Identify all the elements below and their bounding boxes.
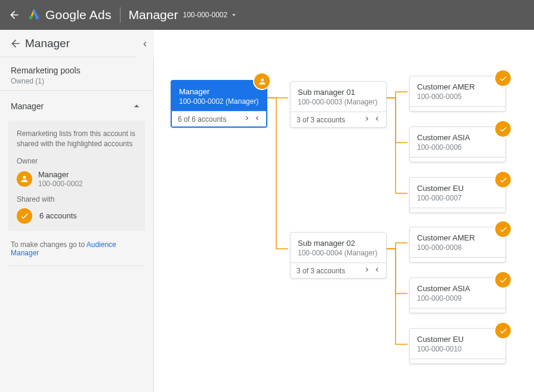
footnote: To make changes go to Audience Manager	[0, 238, 153, 266]
tree-node-c3[interactable]: Customer EU 100-000-0007	[409, 177, 506, 213]
owner-label: Owner	[17, 157, 137, 165]
expand-title: Manager	[11, 101, 44, 111]
chevron-right-icon[interactable]	[363, 266, 371, 274]
account-id: 100-000-0002	[183, 11, 227, 19]
check-badge-icon	[495, 323, 511, 338]
chevron-left-icon[interactable]	[373, 266, 381, 274]
node-sub: 100-000-0005	[417, 92, 498, 101]
node-name: Manager	[179, 87, 259, 96]
card-text: Remarketing lists from this account is s…	[17, 129, 137, 150]
chevron-left-icon	[140, 39, 150, 49]
brand-name: Google Ads	[45, 8, 112, 22]
sidebar-collapse-button[interactable]	[136, 30, 154, 57]
shared-label: Shared with	[17, 195, 137, 203]
pools-heading: Remarketing pools	[11, 66, 143, 75]
tree-node-c5[interactable]: Customer ASIA 100-000-0009	[409, 277, 506, 313]
google-ads-logo-icon	[27, 7, 41, 23]
node-sub: 100-000-0002 (Manager)	[179, 97, 259, 106]
divider	[120, 7, 121, 23]
node-name: Customer AMER	[417, 233, 498, 242]
chevron-up-icon	[131, 100, 143, 112]
sharing-card: Remarketing lists from this account is s…	[8, 121, 145, 231]
chevron-left-icon[interactable]	[373, 115, 381, 123]
owner-name: Manager	[38, 170, 83, 179]
node-sub: 100-000-0003 (Manager)	[298, 98, 379, 106]
owner-id: 100-000-0002	[38, 180, 83, 188]
node-sub: 100-000-0008	[417, 243, 498, 252]
node-name: Sub manager 02	[298, 239, 379, 248]
divider	[8, 266, 145, 266]
check-badge-icon	[495, 172, 511, 187]
pools-sub: Owned (1)	[11, 77, 143, 85]
node-name: Sub manager 01	[298, 88, 379, 97]
check-badge-icon	[495, 272, 511, 288]
caret-down-icon	[230, 11, 238, 19]
node-footer: 3 of 3 accounts	[297, 116, 345, 124]
person-icon	[17, 171, 32, 187]
tree-node-c1[interactable]: Customer AMER 100-000-0005	[409, 76, 506, 112]
breadcrumb[interactable]: Manager	[0, 30, 153, 57]
tree-node-sub1[interactable]: Sub manager 01 100-000-0003 (Manager) 3 …	[290, 81, 387, 128]
back-arrow-icon[interactable]	[10, 38, 21, 50]
person-badge-icon	[254, 73, 270, 89]
node-sub: 100-000-0007	[417, 194, 498, 202]
tree-node-c6[interactable]: Customer EU 100-000-0010	[409, 328, 506, 364]
tree-node-c4[interactable]: Customer AMER 100-000-0008	[409, 227, 506, 263]
node-sub: 100-000-0010	[417, 345, 498, 353]
node-footer: 6 of 6 accounts	[178, 115, 226, 124]
svg-point-0	[29, 16, 33, 19]
check-badge-icon	[495, 121, 511, 137]
account-switcher[interactable]: 100-000-0002	[183, 11, 238, 19]
chevron-right-icon[interactable]	[363, 115, 371, 123]
shared-count: 6 accounts	[39, 211, 77, 220]
footnote-prefix: To make changes go to	[11, 240, 87, 249]
node-name: Customer EU	[417, 184, 498, 193]
node-sub: 100-000-0004 (Manager)	[298, 249, 379, 257]
chevron-right-icon[interactable]	[243, 114, 251, 122]
node-name: Customer EU	[417, 335, 498, 344]
check-icon	[17, 208, 32, 224]
node-sub: 100-000-0009	[417, 294, 498, 303]
node-name: Customer AMER	[417, 82, 498, 91]
expand-toggle[interactable]: Manager	[0, 91, 153, 118]
back-arrow-icon[interactable]	[7, 8, 21, 22]
check-badge-icon	[495, 70, 511, 86]
tree-node-c2[interactable]: Customer ASIA 100-000-0006	[409, 126, 506, 162]
page-title: Manager	[129, 8, 178, 22]
chevron-left-icon[interactable]	[253, 114, 261, 122]
sidebar-title: Manager	[25, 37, 70, 50]
tree-node-root[interactable]: Manager 100-000-0002 (Manager) 6 of 6 ac…	[171, 80, 267, 128]
node-name: Customer ASIA	[417, 133, 498, 142]
node-sub: 100-000-0006	[417, 143, 498, 152]
check-badge-icon	[495, 221, 511, 237]
tree-node-sub2[interactable]: Sub manager 02 100-000-0004 (Manager) 3 …	[290, 232, 387, 279]
node-footer: 3 of 3 accounts	[297, 267, 345, 275]
node-name: Customer ASIA	[417, 284, 498, 293]
